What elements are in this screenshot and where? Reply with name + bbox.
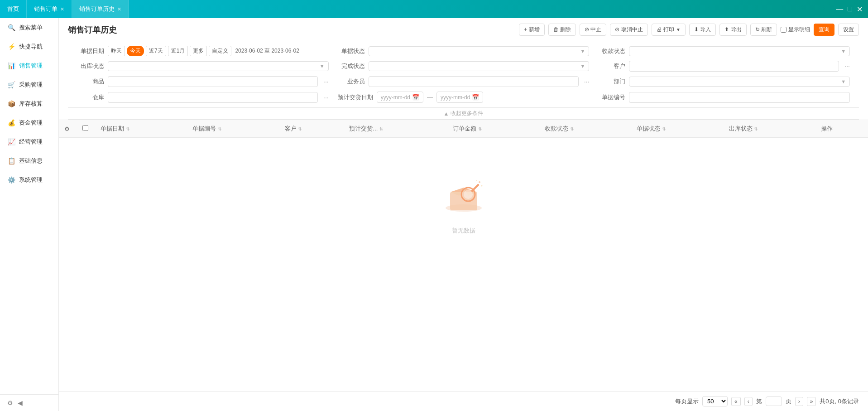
th-out-status[interactable]: 出库状态 ⇅ bbox=[724, 120, 815, 138]
out-status-label: 出库状态 bbox=[77, 62, 104, 70]
top-bar-window-actions: — □ ✕ bbox=[830, 5, 868, 14]
sidebar-item-purchase-mgmt[interactable]: 🛒 采购管理 bbox=[0, 75, 58, 94]
select-all-checkbox[interactable] bbox=[82, 125, 88, 131]
th-bill-status[interactable]: 单据状态 ⇅ bbox=[631, 120, 723, 138]
expected-date-from-calendar-icon[interactable]: 📅 bbox=[412, 94, 419, 101]
date-custom-btn[interactable]: 自定义 bbox=[209, 46, 231, 56]
stop-button[interactable]: ⊘ 中止 bbox=[580, 24, 606, 36]
sidebar-settings-icon[interactable]: ⚙ bbox=[7, 399, 13, 406]
date-range-display: 2023-06-02 至 2023-06-02 bbox=[235, 47, 299, 55]
sidebar-item-operations[interactable]: 📈 经营管理 bbox=[0, 132, 58, 151]
sidebar-item-finance[interactable]: 💰 资金管理 bbox=[0, 113, 58, 132]
product-input[interactable] bbox=[108, 76, 318, 87]
salesperson-more-icon[interactable]: ··· bbox=[584, 78, 590, 85]
expected-date-label: 预计交货日期 bbox=[338, 93, 373, 102]
maximize-icon[interactable]: □ bbox=[848, 5, 852, 13]
date-today-btn[interactable]: 今天 bbox=[127, 46, 144, 56]
finance-icon: 💰 bbox=[7, 119, 15, 127]
expected-date-from[interactable]: yyyy-mm-dd 📅 bbox=[377, 92, 423, 103]
date-yesterday-btn[interactable]: 昨天 bbox=[108, 46, 125, 56]
next-page-button[interactable]: › bbox=[795, 397, 803, 406]
sidebar-item-inventory[interactable]: 📦 库存核算 bbox=[0, 94, 58, 113]
sidebar: 🔍 搜索菜单 ⚡ 快捷导航 📊 销售管理 🛒 采购管理 📦 库存核算 💰 资金管… bbox=[0, 18, 59, 411]
th-bill-date[interactable]: 单据日期 ⇅ bbox=[95, 120, 187, 138]
print-dropdown-icon[interactable]: ▼ bbox=[676, 27, 681, 32]
tab-sales-order[interactable]: 销售订单 ✕ bbox=[27, 0, 72, 18]
sys-mgmt-icon: ⚙️ bbox=[7, 176, 15, 184]
empty-state-icon bbox=[436, 174, 491, 219]
filter-area: 单据日期 昨天 今天 近7天 近1月 更多 自定义 2023-06-02 至 2… bbox=[68, 41, 859, 108]
expected-date-to[interactable]: yyyy-mm-dd 📅 bbox=[436, 92, 483, 103]
export-button[interactable]: ⬆ 导出 bbox=[719, 24, 746, 36]
sidebar-item-quick-nav-label: 快捷导航 bbox=[19, 43, 43, 51]
inventory-icon: 📦 bbox=[7, 100, 15, 108]
warehouse-input[interactable] bbox=[108, 92, 318, 103]
tab-sales-order-history-close[interactable]: ✕ bbox=[117, 6, 121, 12]
last-page-button[interactable]: » bbox=[807, 397, 816, 406]
complete-status-label: 完成状态 bbox=[338, 62, 365, 70]
basic-info-icon: 📋 bbox=[7, 157, 15, 165]
expected-date-group: yyyy-mm-dd 📅 — yyyy-mm-dd 📅 bbox=[377, 92, 484, 103]
close-window-icon[interactable]: ✕ bbox=[857, 5, 863, 14]
display-detail-checkbox[interactable]: 显示明细 bbox=[781, 26, 810, 34]
query-button[interactable]: 查询 bbox=[814, 24, 834, 36]
bill-status-select[interactable]: ▼ bbox=[369, 46, 590, 56]
filter-complete-status-field: 完成状态 ▼ bbox=[338, 61, 590, 71]
warehouse-label: 仓库 bbox=[77, 93, 104, 102]
department-label: 部门 bbox=[598, 77, 625, 86]
sidebar-item-sales-mgmt[interactable]: 📊 销售管理 bbox=[0, 56, 58, 75]
th-order-amount[interactable]: 订单金额 ⇅ bbox=[447, 120, 539, 138]
th-bill-no[interactable]: 单据编号 ⇅ bbox=[187, 120, 279, 138]
prev-page-button[interactable]: ‹ bbox=[744, 397, 753, 406]
payment-status-select[interactable]: ▼ bbox=[629, 46, 850, 56]
expected-date-to-calendar-icon[interactable]: 📅 bbox=[472, 94, 479, 101]
settings-button[interactable]: 设置 bbox=[838, 24, 859, 36]
th-expected-delivery[interactable]: 预计交货... ⇅ bbox=[344, 120, 447, 138]
collapse-button[interactable]: ▲ 收起更多条件 bbox=[444, 110, 484, 117]
sidebar-item-search-menu[interactable]: 🔍 搜索菜单 bbox=[0, 18, 58, 37]
date-range-buttons: 昨天 今天 近7天 近1月 更多 自定义 2023-06-02 至 2023-0… bbox=[108, 46, 299, 56]
current-page-input[interactable]: 1 bbox=[766, 396, 782, 406]
page-size-select[interactable]: 10 20 50 100 bbox=[702, 396, 728, 406]
sidebar-collapse-icon[interactable]: ◀ bbox=[18, 399, 23, 406]
product-more-icon[interactable]: ··· bbox=[323, 78, 329, 85]
tab-sales-order-close[interactable]: ✕ bbox=[60, 6, 64, 12]
cancel-stop-button[interactable]: ⊘ 取消中止 bbox=[610, 24, 647, 36]
customer-input[interactable] bbox=[629, 61, 839, 72]
out-status-select[interactable]: ▼ bbox=[108, 61, 329, 71]
sidebar-item-basic-info[interactable]: 📋 基础信息 bbox=[0, 151, 58, 170]
import-button[interactable]: ⬇ 导入 bbox=[689, 24, 716, 36]
th-out-status-label: 出库状态 bbox=[729, 125, 753, 132]
settings-icon: ⚙ bbox=[64, 126, 70, 132]
payment-status-label: 收款状态 bbox=[598, 47, 625, 55]
first-page-button[interactable]: « bbox=[731, 397, 741, 406]
sidebar-item-sys-mgmt[interactable]: ⚙️ 系统管理 bbox=[0, 170, 58, 189]
tab-sales-order-history[interactable]: 销售订单历史 ✕ bbox=[72, 0, 129, 18]
bill-no-label: 单据编号 bbox=[598, 93, 625, 102]
sidebar-item-quick-nav[interactable]: ⚡ 快捷导航 bbox=[0, 37, 58, 56]
date-1month-btn[interactable]: 近1月 bbox=[168, 46, 188, 56]
tab-sales-order-label: 销售订单 bbox=[34, 5, 58, 13]
expected-delivery-sort-icon: ⇅ bbox=[379, 126, 383, 131]
bill-no-input[interactable] bbox=[629, 92, 850, 103]
date-7days-btn[interactable]: 近7天 bbox=[146, 46, 166, 56]
th-customer[interactable]: 客户 ⇅ bbox=[279, 120, 344, 138]
warehouse-more-icon[interactable]: ··· bbox=[323, 94, 329, 101]
customer-more-icon[interactable]: ··· bbox=[844, 63, 850, 70]
refresh-button[interactable]: ↻ 刷新 bbox=[750, 24, 777, 36]
salesperson-input[interactable] bbox=[369, 76, 579, 87]
delete-button[interactable]: 🗑 删除 bbox=[548, 24, 576, 36]
print-button[interactable]: 🖨 打印 ▼ bbox=[652, 24, 686, 36]
date-range-separator: — bbox=[425, 94, 435, 101]
customer-sort-icon: ⇅ bbox=[298, 126, 302, 131]
new-button[interactable]: + 新增 bbox=[519, 24, 544, 36]
minimize-icon[interactable]: — bbox=[836, 5, 843, 13]
date-more-btn[interactable]: 更多 bbox=[190, 46, 207, 56]
display-detail-input[interactable] bbox=[781, 27, 786, 33]
complete-status-select[interactable]: ▼ bbox=[369, 61, 590, 71]
th-settings[interactable]: ⚙ bbox=[59, 120, 77, 138]
tab-home[interactable]: 首页 bbox=[0, 0, 27, 18]
th-checkbox[interactable] bbox=[77, 120, 95, 138]
th-payment-status[interactable]: 收款状态 ⇅ bbox=[539, 120, 631, 138]
department-select[interactable]: ▼ bbox=[629, 77, 850, 87]
